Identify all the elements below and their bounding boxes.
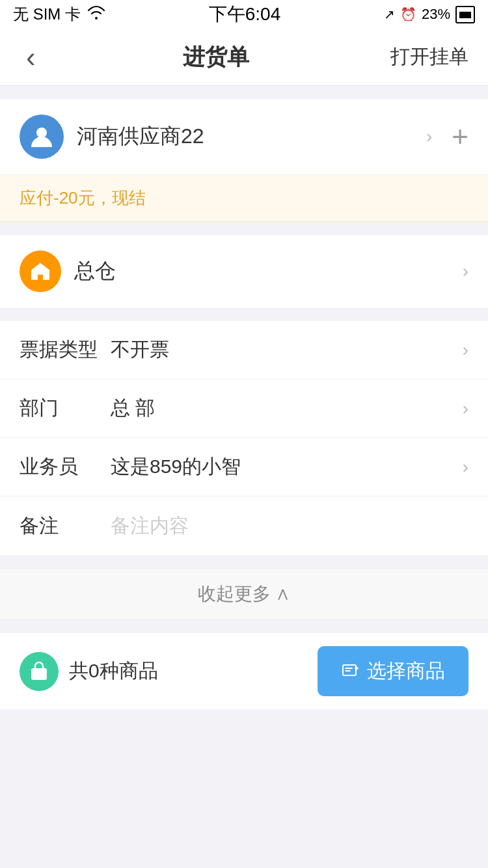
notice-text: 应付-20元，现结	[20, 188, 146, 208]
status-time: 下午6:04	[209, 2, 281, 27]
remark-row[interactable]: 备注 备注内容	[0, 496, 488, 555]
ticket-type-arrow-icon: ›	[463, 340, 468, 360]
salesperson-label: 业务员	[20, 454, 98, 480]
select-product-label: 选择商品	[367, 658, 445, 685]
supplier-avatar	[20, 115, 64, 159]
status-bar: 无 SIM 卡 下午6:04 ↗ ⏰ 23%	[0, 0, 488, 29]
remark-label: 备注	[20, 513, 98, 539]
supplier-arrow-icon: ›	[426, 126, 432, 147]
ticket-type-row[interactable]: 票据类型 不开票 ›	[0, 321, 488, 379]
svg-point-0	[36, 128, 47, 138]
location-icon: ↗	[384, 7, 395, 22]
warehouse-arrow-icon: ›	[463, 261, 468, 282]
wifi-icon	[87, 5, 105, 23]
alarm-icon: ⏰	[400, 7, 416, 22]
svg-rect-1	[31, 668, 47, 680]
warehouse-section: 总仓 ›	[0, 235, 488, 308]
department-value: 总 部	[111, 395, 463, 422]
supplier-section: 河南供应商22 › + 应付-20元，现结	[0, 99, 488, 222]
supplier-row[interactable]: 河南供应商22 › +	[0, 99, 488, 175]
department-row[interactable]: 部门 总 部 ›	[0, 379, 488, 438]
status-carrier: 无 SIM 卡	[13, 4, 105, 25]
notice-bar: 应付-20元，现结	[0, 175, 488, 222]
salesperson-value: 这是859的小智	[111, 454, 463, 480]
ticket-type-label: 票据类型	[20, 336, 98, 363]
svg-rect-2	[343, 665, 356, 675]
select-product-button[interactable]: 选择商品	[318, 646, 468, 696]
battery-text: 23%	[422, 6, 450, 23]
product-bar: 共0种商品 选择商品	[0, 633, 488, 709]
open-pending-button[interactable]: 打开挂单	[390, 44, 468, 70]
supplier-name: 河南供应商22	[77, 122, 426, 151]
form-section: 票据类型 不开票 › 部门 总 部 › 业务员 这是859的小智 › 备注 备注…	[0, 321, 488, 555]
department-label: 部门	[20, 395, 98, 422]
page-title: 进货单	[183, 42, 249, 72]
collapse-button[interactable]: 收起更多 ∧	[0, 568, 488, 620]
nav-bar: ‹ 进货单 打开挂单	[0, 29, 488, 86]
department-arrow-icon: ›	[463, 398, 468, 419]
section-divider-1	[0, 86, 488, 99]
salesperson-arrow-icon: ›	[463, 457, 468, 478]
status-right-group: ↗ ⏰ 23%	[384, 6, 475, 23]
carrier-text: 无 SIM 卡	[13, 4, 81, 25]
remark-input[interactable]: 备注内容	[111, 513, 468, 539]
section-divider-2	[0, 222, 488, 235]
battery-icon	[455, 6, 475, 23]
warehouse-icon	[20, 251, 61, 292]
warehouse-row[interactable]: 总仓 ›	[0, 235, 488, 308]
add-supplier-button[interactable]: +	[452, 122, 468, 151]
salesperson-row[interactable]: 业务员 这是859的小智 ›	[0, 438, 488, 496]
product-icon	[20, 652, 59, 691]
warehouse-name: 总仓	[74, 257, 463, 286]
product-info: 共0种商品	[20, 652, 158, 691]
ticket-type-value: 不开票	[111, 336, 463, 363]
product-count: 共0种商品	[69, 658, 158, 685]
back-button[interactable]: ‹	[20, 34, 42, 80]
